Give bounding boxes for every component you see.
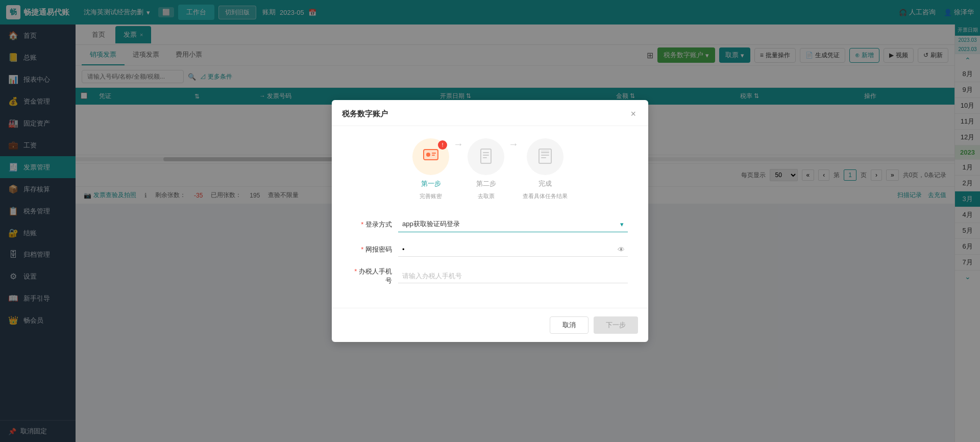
modal-tax-digital: 税务数字账户 ×: [332, 100, 648, 342]
step-arrow-2: →: [504, 138, 523, 170]
phone-label: * 办税人手机号: [352, 267, 398, 285]
step-3-icon: [536, 147, 554, 167]
step-2-icon-wrap: [468, 138, 504, 175]
modal-form: * 登录方式 app获取验证码登录 ▾ * 网报密码: [352, 216, 628, 285]
svg-rect-11: [541, 155, 549, 156]
step-1-sublabel: 完善账密: [420, 192, 442, 200]
step-1: ! 第一步 完善账密: [412, 138, 449, 200]
step-3-sublabel: 查看具体任务结果: [523, 192, 568, 200]
modal-close-button[interactable]: ×: [628, 108, 638, 119]
svg-rect-4: [432, 155, 435, 156]
svg-rect-12: [541, 157, 546, 158]
modal-footer: 取消 下一步: [332, 308, 648, 342]
svg-rect-3: [432, 153, 436, 154]
next-step-button[interactable]: 下一步: [594, 316, 638, 334]
svg-rect-8: [483, 157, 487, 158]
step-2-label: 第二步: [476, 179, 496, 188]
password-eye-icon[interactable]: 👁: [615, 245, 628, 254]
svg-rect-7: [483, 155, 489, 156]
form-row-password: * 网报密码 👁: [352, 242, 628, 257]
step-2: 第二步 去取票: [468, 138, 504, 200]
svg-point-2: [426, 153, 430, 157]
password-label: * 网报密码: [352, 245, 398, 254]
step-2-icon: [477, 147, 495, 167]
login-method-arrow-icon: ▾: [620, 220, 624, 228]
form-row-login-method: * 登录方式 app获取验证码登录 ▾: [352, 216, 628, 232]
svg-rect-5: [481, 149, 491, 163]
phone-input[interactable]: [398, 269, 628, 283]
required-star-1: *: [361, 220, 363, 228]
login-method-select[interactable]: app获取验证码登录 ▾: [398, 216, 628, 232]
svg-rect-10: [541, 152, 549, 153]
modal-title: 税务数字账户: [342, 109, 388, 119]
modal-header: 税务数字账户 ×: [332, 100, 648, 126]
step-1-icon-wrap: !: [412, 138, 449, 175]
steps-indicator: ! 第一步 完善账密 →: [352, 138, 628, 200]
step-1-error-badge: !: [438, 140, 447, 150]
step-3-icon-wrap: [527, 138, 564, 175]
step-3-label: 完成: [538, 179, 552, 188]
step-1-icon: [422, 145, 440, 168]
required-star-3: *: [354, 267, 357, 275]
form-row-phone: * 办税人手机号: [352, 267, 628, 285]
step-2-sublabel: 去取票: [478, 192, 495, 200]
cancel-button[interactable]: 取消: [550, 316, 589, 334]
svg-rect-6: [483, 152, 489, 153]
step-1-label: 第一步: [421, 179, 441, 188]
required-star-2: *: [361, 245, 363, 253]
login-method-value: app获取验证码登录: [402, 219, 460, 229]
password-input-wrap: 👁: [398, 242, 628, 257]
step-3: 完成 查看具体任务结果: [523, 138, 568, 200]
step-arrow-1: →: [449, 138, 468, 170]
modal-overlay[interactable]: 税务数字账户 ×: [0, 0, 980, 442]
svg-rect-0: [424, 150, 438, 160]
login-method-label: * 登录方式: [352, 220, 398, 229]
password-input[interactable]: [398, 242, 615, 256]
modal-body: ! 第一步 完善账密 →: [332, 126, 648, 308]
